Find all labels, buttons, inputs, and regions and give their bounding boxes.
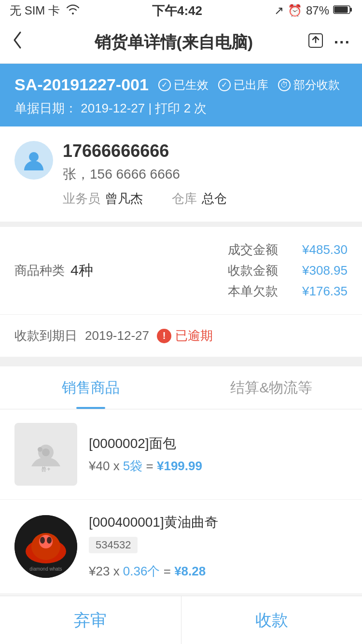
abandon-review-button[interactable]: 弃审 (0, 596, 181, 644)
collect-payment-button[interactable]: 收款 (181, 596, 362, 644)
product-price-1: ¥40 x 5袋 = ¥199.99 (89, 458, 348, 475)
svg-point-6 (42, 448, 50, 456)
salesman-label: 业务员 (63, 190, 100, 207)
svg-text:兽+: 兽+ (41, 466, 50, 473)
status-bar: 无 SIM 卡 下午4:42 ↗ ⏰ 87% (0, 0, 362, 21)
tab-sales-label: 销售商品 (62, 378, 120, 398)
product-qty-1: 5袋 (123, 459, 142, 473)
product-equals-2: = (164, 564, 174, 578)
product-qty-2: 0.36个 (123, 564, 160, 578)
due-date-label: 收款到期日 (14, 327, 77, 344)
product-info-2: [000400001]黄油曲奇 534532 ¥23 x 0.36个 = ¥8.… (89, 513, 348, 580)
receipt-amount-value: ¥308.95 (290, 263, 348, 278)
tab-sales-products[interactable]: 销售商品 (0, 366, 181, 409)
tab-settlement-label: 结算&物流等 (230, 378, 312, 398)
svg-rect-1 (350, 8, 352, 12)
product-type: 商品种类 4种 (14, 241, 93, 300)
receipt-amount-label: 收款金额 (228, 262, 278, 279)
warehouse-label: 仓库 (172, 190, 197, 207)
product-multiplier-2: x (113, 564, 123, 578)
customer-meta: 业务员 曾凡杰 仓库 总仓 (63, 190, 348, 207)
products-section: 兽+ [0000002]面包 ¥40 x 5袋 = ¥199.99 (0, 409, 362, 594)
tab-settlement[interactable]: 结算&物流等 (181, 366, 362, 409)
badge-effective: ✓ 已生效 (158, 77, 209, 93)
badge-partial-payment: ⏱ 部分收款 (278, 77, 340, 93)
product-info-1: [0000002]面包 ¥40 x 5袋 = ¥199.99 (89, 434, 348, 475)
customer-info: 17666666666 张，156 6666 6666 业务员 曾凡杰 仓库 总… (63, 141, 348, 207)
location-icon: ↗ (274, 4, 284, 17)
due-date-section: 收款到期日 2019-12-27 ! 已逾期 (0, 315, 362, 362)
back-button[interactable] (12, 30, 41, 54)
status-bar-left: 无 SIM 卡 (10, 3, 80, 18)
check-icon-2: ✓ (218, 79, 231, 91)
salesman-value: 曾凡杰 (105, 190, 143, 207)
amount-summary: 成交金额 ¥485.30 收款金额 ¥308.95 本单欠款 ¥176.35 (228, 241, 348, 300)
more-button[interactable]: ··· (334, 33, 350, 52)
product-multiplier-1: x (113, 459, 123, 473)
date-label: 单据日期： (14, 101, 77, 115)
warehouse-value: 总仓 (202, 190, 227, 207)
divider-1 (0, 222, 362, 227)
overdue-text: 已逾期 (175, 327, 213, 344)
salesman-item: 业务员 曾凡杰 (63, 190, 143, 207)
deal-amount-row: 成交金额 ¥485.30 (228, 241, 348, 258)
status-bar-right: ↗ ⏰ 87% (274, 4, 352, 17)
customer-section: 17666666666 张，156 6666 6666 业务员 曾凡杰 仓库 总… (0, 126, 362, 222)
tabs-section: 销售商品 结算&物流等 (0, 366, 362, 409)
nav-bar: 销货单详情(来自电脑) ··· (0, 21, 362, 64)
battery-text: 87% (306, 4, 329, 17)
product-type-label: 商品种类 (14, 262, 65, 279)
debt-amount-label: 本单欠款 (228, 283, 278, 300)
product-name-1: [0000002]面包 (89, 434, 348, 453)
nav-actions: ··· (307, 32, 350, 53)
badge-shipped: ✓ 已出库 (218, 77, 268, 93)
summary-section: 商品种类 4种 成交金额 ¥485.30 收款金额 ¥308.95 本单欠款 ¥… (0, 227, 362, 315)
share-button[interactable] (307, 32, 324, 53)
list-item: diamond whats [000400001]黄油曲奇 534532 ¥23… (0, 500, 362, 594)
product-total-1: ¥199.99 (157, 459, 202, 473)
product-price-2: ¥23 x 0.36个 = ¥8.28 (89, 563, 348, 580)
product-thumbnail-2: diamond whats (14, 515, 77, 578)
receipt-amount-row: 收款金额 ¥308.95 (228, 262, 348, 279)
deal-amount-value: ¥485.30 (290, 242, 348, 257)
customer-avatar (14, 141, 53, 180)
product-thumbnail-1: 兽+ (14, 423, 77, 486)
alarm-icon: ⏰ (288, 4, 302, 17)
carrier-text: 无 SIM 卡 (10, 3, 60, 18)
product-type-count: 4种 (70, 261, 93, 280)
print-info: | 打印 2 次 (148, 101, 207, 115)
due-date-value: 2019-12-27 (85, 328, 149, 343)
list-item: 兽+ [0000002]面包 ¥40 x 5袋 = ¥199.99 (0, 409, 362, 500)
bottom-bar: 弃审 收款 (0, 596, 362, 644)
status-bar-time: 下午4:42 (152, 2, 202, 19)
svg-text:diamond whats: diamond whats (29, 566, 62, 572)
svg-point-13 (40, 537, 45, 544)
overdue-icon: ! (157, 329, 171, 343)
product-total-2: ¥8.28 (174, 564, 206, 578)
header-banner: SA-20191227-001 ✓ 已生效 ✓ 已出库 ⏱ 部分收款 单据日期：… (0, 64, 362, 126)
battery-icon (333, 4, 352, 17)
check-icon-1: ✓ (158, 79, 171, 91)
clock-icon: ⏱ (278, 79, 291, 91)
debt-amount-row: 本单欠款 ¥176.35 (228, 283, 348, 300)
customer-id: 17666666666 (63, 141, 348, 161)
collect-payment-label: 收款 (255, 609, 288, 631)
warehouse-item: 仓库 总仓 (172, 190, 227, 207)
overdue-badge: ! 已逾期 (157, 327, 213, 344)
product-equals-1: = (146, 459, 157, 473)
debt-amount-value: ¥176.35 (290, 284, 348, 299)
customer-name-phone: 张，156 6666 6666 (63, 165, 348, 183)
thumb-placeholder-1: 兽+ (14, 423, 77, 486)
svg-point-4 (29, 152, 39, 162)
order-date-row: 单据日期： 2019-12-27 | 打印 2 次 (14, 100, 348, 117)
product-name-2: [000400001]黄油曲奇 (89, 513, 348, 532)
deal-amount-label: 成交金额 (228, 241, 278, 258)
tab-underline (76, 407, 105, 409)
product-unit-price-2: ¥23 (89, 564, 110, 578)
product-unit-price-1: ¥40 (89, 459, 110, 473)
order-id-row: SA-20191227-001 ✓ 已生效 ✓ 已出库 ⏱ 部分收款 (14, 75, 348, 94)
order-id: SA-20191227-001 (14, 75, 149, 94)
svg-point-7 (38, 447, 42, 452)
product-batch-2: 534532 (89, 537, 138, 553)
svg-rect-2 (334, 7, 348, 13)
